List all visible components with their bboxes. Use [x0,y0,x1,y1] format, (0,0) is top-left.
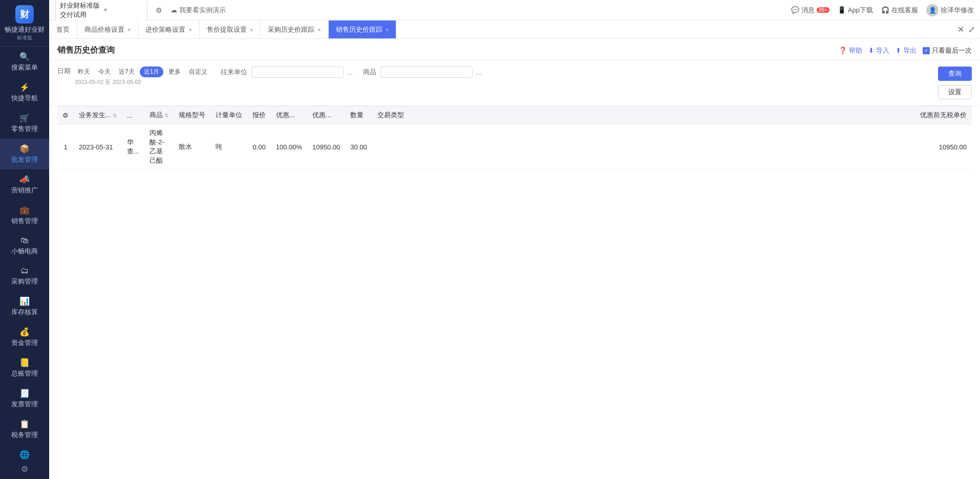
tab-sale-extract[interactable]: 售价提取设置× [200,20,261,39]
source-unit-filter: 往来单位 ... [221,67,353,78]
selector-text: 好业财标准版交付试用 [60,1,100,19]
topbar-online-service[interactable]: 🎧 在线客服 [881,6,918,15]
search-icon: 🔍 [19,52,30,61]
th-price: 报价 [247,106,271,124]
sales-icon: 💼 [19,205,30,215]
tab-label: 商品价格设置 [84,25,124,34]
tab-purchase-history[interactable]: 采购历史价跟踪× [261,20,328,39]
th-discount1: 优惠... [271,106,307,124]
date-option-last1month[interactable]: 近1月 [140,67,164,77]
sidebar-item-inventory[interactable]: 📊库存核算 [0,291,49,322]
date-option-yesterday[interactable]: 昨天 [75,67,93,77]
topbar-gear-icon[interactable]: ⚙ [154,4,164,16]
tab-sales-history[interactable]: 销售历史价跟踪× [329,20,396,39]
tabbar: 首页商品价格设置×进价策略设置×售价提取设置×采购历史价跟踪×销售历史价跟踪× … [49,20,980,39]
product-input-group: ... [380,67,482,78]
th-quantity: 数量 [345,106,372,124]
topbar-selector[interactable]: 好业财标准版交付试用 ▼ [55,0,147,21]
tab-home[interactable]: 首页 [49,20,77,39]
chevron-down-icon: ▼ [103,7,143,13]
inventory-icon: 📊 [19,296,30,306]
tab-close-icon[interactable]: × [188,27,191,33]
topbar-user[interactable]: 👤 徐泽华修改 [926,4,974,16]
only-last-checkbox-label[interactable]: ✓ 只看最后一次 [923,46,972,55]
topbar-message[interactable]: 💬 消息 99+ [791,6,829,15]
col-sort-product[interactable]: 商品⇅ [150,111,168,120]
product-label: 商品 [363,68,376,77]
settings-button[interactable]: 设置 [938,85,972,99]
source-unit-label: 往来单位 [221,68,247,77]
tab-close-icon[interactable]: × [386,27,389,33]
sidebar-item-quick-nav[interactable]: ⚡快捷导航 [0,77,49,108]
main-area: 好业财标准版交付试用 ▼ ⚙ 我要看实例演示 💬 消息 99+ 📱 App下载 … [49,0,980,479]
sidebar-item-label: 发票管理 [11,400,38,409]
sidebar-item-ledger[interactable]: 📒总账管理 [0,353,49,383]
tab-close-icon[interactable]: × [317,27,321,33]
th-product: 商品⇅ [144,106,174,124]
date-range-display: 2023-05-02 至 2023-06-02 [75,78,210,86]
date-option-last7[interactable]: 近7天 [116,67,138,77]
cell-spacer [409,124,915,170]
only-last-checkbox[interactable]: ✓ [923,47,930,54]
purchase-icon: 🗂 [20,266,29,275]
tab-close-icon[interactable]: × [250,27,253,33]
th-more: ... [122,106,144,124]
tab-expand-button[interactable]: ⤢ [967,24,976,35]
table-settings-icon[interactable]: ⚙ [62,112,69,119]
th-unit: 计量单位 [210,106,247,124]
col-sort-business_date[interactable]: 业务发生...⇅ [79,111,117,120]
sidebar-gear-button[interactable]: ⚙ [21,464,28,474]
user-avatar: 👤 [926,4,939,16]
sidebar-item-label: 快捷导航 [11,94,38,103]
sidebar-item-finance[interactable]: 💰资金管理 [0,322,49,353]
tab-close-button[interactable]: ✕ [956,24,965,35]
tab-pricing-strategy[interactable]: 进价策略设置× [138,20,199,39]
date-option-today[interactable]: 今天 [95,67,114,77]
sidebar-item-label: 销售管理 [11,216,38,226]
table-body: 12023-05-31华查...丙烯酸-2-乙基己酯散水吨0.00100.00%… [57,124,972,170]
tab-right-buttons: ✕ ⤢ [952,24,980,35]
quick-nav-icon: ⚡ [19,82,30,92]
date-option-more[interactable]: 更多 [165,67,184,77]
table-row[interactable]: 12023-05-31华查...丙烯酸-2-乙基己酯散水吨0.00100.00%… [57,124,972,170]
source-unit-dots-button[interactable]: ... [347,68,353,76]
sidebar-item-label: 小畅电商 [11,247,38,256]
sidebar-logo: 财 畅捷通好业财 标准版 [0,0,49,47]
sidebar-item-ecommerce[interactable]: 🌐电商管理 [0,445,49,459]
cell-quantity: 30.00 [345,124,372,170]
ecommerce-icon: 🌐 [19,450,30,459]
sidebar-item-marketing[interactable]: 📣营销推广 [0,169,49,200]
ledger-icon: 📒 [19,358,30,367]
sidebar-item-retail[interactable]: 🛒零售管理 [0,108,49,139]
product-input[interactable] [380,67,473,78]
sidebar-item-ecommerce-small[interactable]: 🛍小畅电商 [0,231,49,261]
sidebar-item-search[interactable]: 🔍搜索菜单 [0,47,49,77]
sidebar-item-label: 批发管理 [11,155,38,164]
product-dots-button[interactable]: ... [476,68,482,76]
topbar-app-download[interactable]: 📱 App下载 [838,6,873,15]
date-option-custom[interactable]: 自定义 [186,67,210,77]
sidebar-item-sales[interactable]: 💼销售管理 [0,200,49,231]
sidebar-item-invoice[interactable]: 🧾发票管理 [0,383,49,414]
topbar-demo-link[interactable]: 我要看实例演示 [171,6,226,15]
th-gear[interactable]: ⚙ [57,106,74,124]
data-table: ⚙业务发生...⇅...商品⇅规格型号计量单位报价优惠...优惠...数量交易类… [57,106,972,170]
query-button[interactable]: 查询 [938,67,972,81]
cell-gear: 1 [57,124,74,170]
source-unit-input[interactable] [251,67,344,78]
sidebar-item-wholesale[interactable]: 📦批发管理 [0,139,49,169]
tab-product-price[interactable]: 商品价格设置× [77,20,138,39]
import-button[interactable]: ⬇ 导入 [868,46,889,55]
th-spec: 规格型号 [174,106,210,124]
sidebar-item-label: 库存核算 [11,308,38,317]
cell-trade_type [372,124,409,170]
help-button[interactable]: ❓ 帮助 [839,46,862,55]
sort-icon: ⇅ [164,113,168,118]
sidebar-item-tax[interactable]: 📋税务管理 [0,414,49,445]
message-badge: 99+ [817,7,829,13]
tab-close-icon[interactable]: × [127,27,131,33]
th-trade_type: 交易类型 [372,106,409,124]
sidebar-item-purchase[interactable]: 🗂采购管理 [0,261,49,291]
export-button[interactable]: ⬆ 导出 [896,46,917,55]
retail-icon: 🛒 [19,113,30,123]
